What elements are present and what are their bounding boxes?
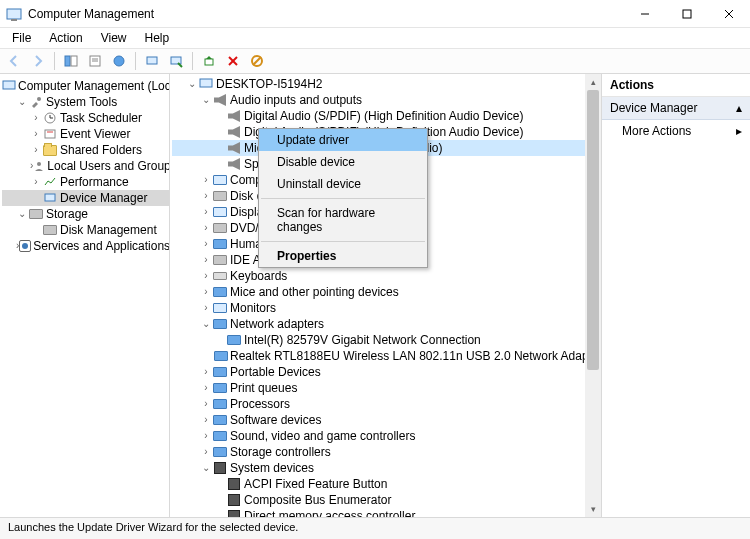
scroll-thumb[interactable] [587,90,599,370]
back-button[interactable] [4,51,24,71]
net-child-1[interactable]: Realtek RTL8188EU Wireless LAN 802.11n U… [172,348,601,364]
device-icon [226,508,242,517]
sys-child-1[interactable]: Composite Bus Enumerator [172,492,601,508]
cat-print-queues[interactable]: ›Print queues [172,380,601,396]
scroll-up-button[interactable]: ▴ [585,74,601,90]
cat-keyboards[interactable]: ›Keyboards [172,268,601,284]
tree-label: Performance [60,175,129,189]
device-root[interactable]: ⌄DESKTOP-I5194H2 [172,76,601,92]
expand-icon[interactable]: › [200,239,212,249]
properties-button[interactable] [85,51,105,71]
device-icon [212,300,228,316]
cat-network[interactable]: ⌄Network adapters [172,316,601,332]
update-driver-button[interactable] [199,51,219,71]
device-icon [214,348,228,364]
actions-more[interactable]: More Actions ▸ [602,120,750,142]
cat-system[interactable]: ⌄System devices [172,460,601,476]
expand-icon[interactable]: › [200,431,212,441]
expand-icon[interactable]: › [200,223,212,233]
svg-point-11 [114,56,124,66]
cat-processors[interactable]: ›Processors [172,396,601,412]
tree-storage[interactable]: ⌄Storage [2,206,169,222]
cat-storage-controllers[interactable]: ›Storage controllers [172,444,601,460]
tree-task-scheduler[interactable]: ›Task Scheduler [2,110,169,126]
collapse-icon[interactable]: ⌄ [200,463,212,473]
expand-icon[interactable]: › [200,255,212,265]
actions-context[interactable]: Device Manager ▴ [602,97,750,120]
net-child-0[interactable]: Intel(R) 82579V Gigabit Network Connecti… [172,332,601,348]
sys-child-0[interactable]: ACPI Fixed Feature Button [172,476,601,492]
sys-child-2[interactable]: Direct memory access controller [172,508,601,517]
tree-system-tools[interactable]: ⌄System Tools [2,94,169,110]
cat-mice-and-other-pointing-devices[interactable]: ›Mice and other pointing devices [172,284,601,300]
device-icon [198,76,214,92]
context-uninstall-device[interactable]: Uninstall device [259,173,427,195]
tree-local-users[interactable]: ›Local Users and Groups [2,158,169,174]
expand-icon[interactable]: › [200,399,212,409]
scan-hardware-button[interactable] [166,51,186,71]
device-icon [212,460,228,476]
menu-help[interactable]: Help [137,29,178,47]
expand-icon[interactable]: › [200,383,212,393]
collapse-icon[interactable]: ⌄ [200,319,212,329]
cat-software-devices[interactable]: ›Software devices [172,412,601,428]
expand-icon[interactable]: › [30,113,42,123]
uninstall-button[interactable] [223,51,243,71]
device-icon-button[interactable] [142,51,162,71]
tree-shared-folders[interactable]: ›Shared Folders [2,142,169,158]
tree-performance[interactable]: ›Performance [2,174,169,190]
expand-icon[interactable]: › [200,415,212,425]
cat-sound-video-and-game-controllers[interactable]: ›Sound, video and game controllers [172,428,601,444]
context-update-driver[interactable]: Update driver [259,129,427,151]
expand-icon[interactable]: › [30,145,42,155]
device-label: Audio inputs and outputs [230,93,362,107]
tree-event-viewer[interactable]: ›Event Viewer [2,126,169,142]
menu-action[interactable]: Action [41,29,90,47]
cat-monitors[interactable]: ›Monitors [172,300,601,316]
tree-label: Storage [46,207,88,221]
collapse-icon[interactable]: ⌄ [16,97,28,107]
disable-button[interactable] [247,51,267,71]
tree-services[interactable]: ›Services and Applications [2,238,169,254]
actions-more-label: More Actions [622,124,691,138]
cat-portable-devices[interactable]: ›Portable Devices [172,364,601,380]
scroll-down-button[interactable]: ▾ [585,501,601,517]
menu-file[interactable]: File [4,29,39,47]
device-icon [212,172,228,188]
collapse-icon[interactable]: ⌄ [200,95,212,105]
expand-icon[interactable]: › [200,303,212,313]
context-scan-hardware[interactable]: Scan for hardware changes [259,202,427,238]
tree-disk-management[interactable]: Disk Management [2,222,169,238]
audio-child-0[interactable]: Digital Audio (S/PDIF) (High Definition … [172,108,601,124]
device-label: Storage controllers [230,445,331,459]
vertical-scrollbar[interactable]: ▴ ▾ [585,74,601,517]
tree-label: System Tools [46,95,117,109]
expand-icon[interactable]: › [200,191,212,201]
context-properties[interactable]: Properties [259,245,427,267]
expand-icon[interactable]: › [200,367,212,377]
maximize-button[interactable] [666,0,708,28]
expand-icon[interactable]: › [30,177,42,187]
computer-icon [2,78,16,94]
tree-device-manager[interactable]: Device Manager [2,190,169,206]
context-disable-device[interactable]: Disable device [259,151,427,173]
cat-audio[interactable]: ⌄Audio inputs and outputs [172,92,601,108]
menu-view[interactable]: View [93,29,135,47]
forward-button[interactable] [28,51,48,71]
minimize-button[interactable] [624,0,666,28]
expand-icon[interactable]: › [200,175,212,185]
expand-icon[interactable]: › [200,287,212,297]
help-button[interactable] [109,51,129,71]
expand-icon[interactable]: › [200,207,212,217]
close-button[interactable] [708,0,750,28]
expand-icon[interactable]: › [30,129,42,139]
expand-icon[interactable]: › [200,447,212,457]
tree-root[interactable]: Computer Management (Local [2,78,169,94]
folder-icon [42,142,58,158]
show-hide-tree-button[interactable] [61,51,81,71]
collapse-icon[interactable]: ⌄ [186,79,198,89]
expand-icon[interactable]: › [200,271,212,281]
users-icon [33,158,45,174]
collapse-icon[interactable]: ⌄ [16,209,28,219]
device-label: Keyboards [230,269,287,283]
